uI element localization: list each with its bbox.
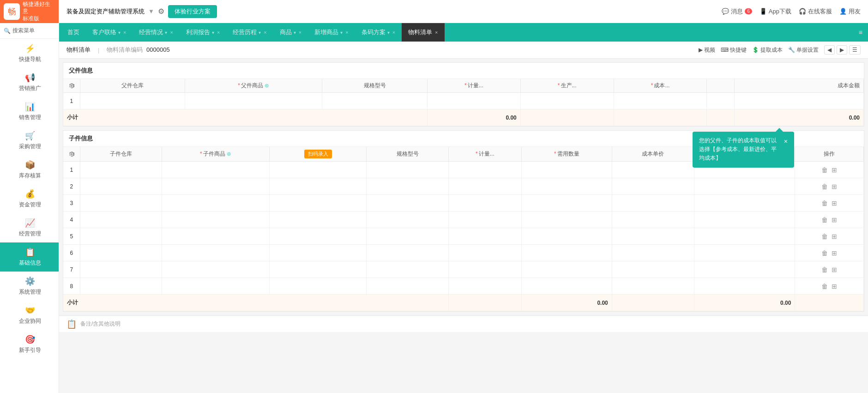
sidebar-item-basic-info[interactable]: 📋 基础信息 — [0, 242, 59, 272]
nav-next-btn[interactable]: ▶ — [837, 45, 847, 54]
shortcut-btn[interactable]: ⌨ 快捷键 — [721, 46, 747, 54]
child-warehouse-cell-1[interactable] — [80, 162, 162, 178]
child-warehouse-cell-2[interactable] — [80, 178, 162, 195]
parent-production-cell[interactable] — [520, 93, 614, 109]
close-icon[interactable]: × — [170, 30, 173, 35]
sidebar-item-enterprise[interactable]: 🤝 企业协同 — [0, 301, 59, 330]
tab-customer[interactable]: 客户联络 ▾ × — [86, 23, 133, 42]
delete-icon[interactable]: 🗑 — [820, 182, 829, 191]
extract-cost-btn[interactable]: 💲 提取成本 — [752, 46, 783, 54]
app-download-btn[interactable]: 📱 App下载 — [760, 7, 791, 16]
message-badge: 6 — [745, 8, 752, 14]
experience-btn[interactable]: 体验行业方案 — [168, 5, 217, 18]
tab-home[interactable]: 首页 — [61, 23, 86, 42]
th-unit: *计量... — [427, 79, 520, 93]
child-unitcost-cell-1[interactable] — [612, 162, 694, 178]
parent-warehouse-cell[interactable] — [80, 93, 185, 109]
chevron-down-icon: ▾ — [212, 30, 214, 35]
parent-unit-cell[interactable] — [427, 93, 520, 109]
user-btn[interactable]: 👤 用友 — [839, 7, 861, 16]
close-icon[interactable]: × — [264, 30, 266, 35]
close-icon[interactable]: × — [435, 30, 438, 35]
child-product-cell-1[interactable] — [162, 162, 269, 178]
child-table-row: 5 🗑 ⊞ — [63, 228, 864, 245]
child-subtotal-row: 小计 0.00 0.00 — [63, 295, 864, 311]
copy-icon[interactable]: ⊞ — [831, 199, 838, 208]
child-unit-cell-1[interactable] — [449, 162, 522, 178]
close-icon[interactable]: × — [345, 30, 348, 35]
dropdown-icon[interactable]: ▼ — [148, 8, 154, 15]
parent-section: 父件信息 父件仓库 *父件商品 ⊙ 规格型号 *计量... *生产... — [63, 62, 864, 127]
child-table-row: 3 🗑 ⊞ — [63, 195, 864, 212]
chevron-down-icon: ▾ — [259, 30, 261, 35]
delete-icon[interactable]: 🗑 — [820, 232, 829, 241]
child-table-row: 4 🗑 ⊞ — [63, 212, 864, 228]
tab-products[interactable]: 商品 ▾ × — [273, 23, 308, 42]
app-download-icon: 📱 — [760, 8, 767, 15]
copy-icon[interactable]: ⊞ — [831, 248, 838, 258]
scan-input-btn[interactable]: 扫码录入 — [304, 150, 332, 158]
close-icon[interactable]: × — [299, 30, 301, 35]
settings-icon[interactable]: ⚙ — [158, 7, 164, 16]
th-parent-product: *父件商品 ⊙ — [185, 79, 322, 93]
code-label: 物料清单编码 — [107, 46, 143, 53]
message-btn[interactable]: 💬 消息 6 — [722, 7, 752, 16]
child-subtotal-qty: 0.00 — [521, 295, 612, 311]
chevron-down-icon: ▾ — [340, 30, 343, 35]
page-breadcrumb-title: 物料清单 — [66, 46, 90, 54]
th-settings[interactable] — [63, 79, 80, 93]
top-header: 装备及固定资产辅助管理系统 ▼ ⚙ 体验行业方案 💬 消息 6 📱 App下载 … — [59, 0, 868, 23]
close-icon[interactable]: × — [217, 30, 220, 35]
sidebar-item-purchase[interactable]: 🛒 采购管理 — [0, 126, 59, 155]
chevron-down-icon: ▾ — [165, 30, 167, 35]
delete-icon[interactable]: 🗑 — [820, 248, 829, 258]
message-icon: 💬 — [722, 8, 729, 15]
parent-product-cell[interactable] — [185, 93, 322, 109]
tab-profit[interactable]: 利润报告 ▾ × — [180, 23, 226, 42]
sidebar-item-marketing[interactable]: 📢 营销推广 — [0, 68, 59, 97]
copy-icon[interactable]: ⊞ — [831, 182, 838, 191]
search-icon: 🔍 — [4, 28, 11, 34]
child-reqqty-cell-1[interactable] — [521, 162, 612, 178]
child-spec-cell-1[interactable] — [367, 162, 449, 178]
doc-settings-btn[interactable]: 🔧 单据设置 — [788, 46, 819, 54]
parent-cost-cell[interactable] — [614, 93, 707, 109]
tab-barcode[interactable]: 条码方案 ▾ × — [355, 23, 402, 42]
delete-icon[interactable]: 🗑 — [820, 215, 829, 224]
sidebar-item-quick-nav[interactable]: ⚡ 快捷导航 — [0, 39, 59, 68]
logo-text: 畅捷通好生意 标准版 — [23, 1, 55, 23]
sidebar-item-business[interactable]: 📈 经营管理 — [0, 213, 59, 242]
chevron-down-icon: ▾ — [387, 30, 390, 35]
tab-history[interactable]: 经营历程 ▾ × — [226, 23, 273, 42]
close-icon[interactable]: × — [392, 30, 395, 35]
nav-prev-btn[interactable]: ◀ — [824, 45, 835, 54]
copy-icon[interactable]: ⊞ — [831, 282, 838, 291]
delete-icon[interactable]: 🗑 — [820, 165, 829, 175]
video-btn[interactable]: ▶ 视频 — [699, 46, 715, 54]
th-child-spec: 规格型号 — [367, 147, 449, 162]
sidebar-item-sales[interactable]: 📊 销售管理 — [0, 97, 59, 126]
copy-icon[interactable]: ⊞ — [831, 215, 838, 224]
online-service-btn[interactable]: 🎧 在线客服 — [799, 7, 832, 16]
th-child-settings[interactable] — [63, 147, 80, 162]
close-all-tabs-btn[interactable]: ≡ — [855, 29, 866, 36]
tooltip-close-btn[interactable]: × — [784, 136, 788, 146]
search-menu-item[interactable]: 🔍 搜索菜单 — [0, 23, 59, 39]
copy-icon[interactable]: ⊞ — [831, 265, 838, 274]
tab-new-product[interactable]: 新增商品 ▾ × — [308, 23, 355, 42]
sidebar-item-inventory[interactable]: 📦 库存核算 — [0, 155, 59, 184]
tab-bom[interactable]: 物料清单 × — [402, 23, 444, 42]
list-view-btn[interactable]: ☰ — [849, 45, 861, 54]
tab-operation[interactable]: 经营情况 ▾ × — [133, 23, 179, 42]
sidebar-item-system[interactable]: ⚙️ 系统管理 — [0, 272, 59, 301]
copy-icon[interactable]: ⊞ — [831, 165, 838, 175]
delete-icon[interactable]: 🗑 — [820, 265, 829, 274]
delete-icon[interactable]: 🗑 — [820, 199, 829, 208]
sidebar-item-finance[interactable]: 💰 资金管理 — [0, 184, 59, 213]
child-table-row: 7 🗑 ⊞ — [63, 261, 864, 278]
close-icon[interactable]: × — [123, 30, 126, 35]
parent-spec-cell[interactable] — [322, 93, 427, 109]
sidebar-item-guide[interactable]: 🎯 新手引导 — [0, 330, 59, 359]
delete-icon[interactable]: 🗑 — [820, 282, 829, 291]
copy-icon[interactable]: ⊞ — [831, 232, 838, 241]
